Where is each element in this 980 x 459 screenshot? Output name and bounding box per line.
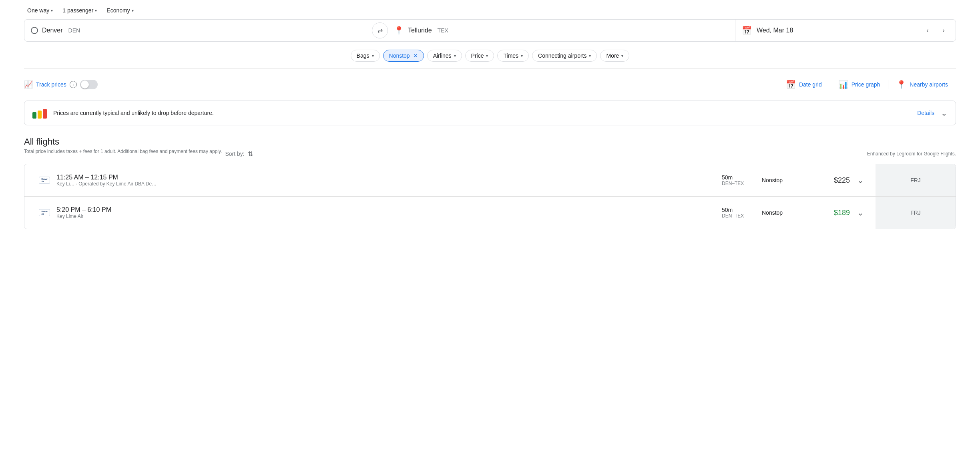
flights-subtitle: Total price includes taxes + fees for 1 … [24, 149, 222, 154]
bar-1 [32, 112, 36, 119]
flight-row[interactable]: DenverAir 5:20 PM – 6:10 PM Key Lime Air… [24, 197, 956, 229]
trip-type-dropdown[interactable]: One way ▾ [24, 5, 56, 16]
price-insight: Prices are currently typical and unlikel… [24, 101, 956, 125]
flight-stops-1: Nonstop [762, 177, 810, 183]
date-field[interactable]: 📅 Wed, Mar 18 [735, 20, 916, 41]
next-date-button[interactable]: › [936, 23, 951, 38]
more-chevron: ▾ [621, 54, 623, 58]
swap-button[interactable]: ⇄ [372, 22, 388, 38]
airlines-filter-label: Airlines [433, 52, 452, 59]
passengers-chevron: ▾ [95, 8, 97, 13]
sort-icon[interactable]: ⇅ [248, 150, 253, 158]
cabin-class-chevron: ▾ [132, 8, 134, 13]
price-graph-button[interactable]: 📊 Price graph [830, 76, 888, 93]
date-nav: ‹ › [916, 23, 956, 38]
price-bars-visual [32, 107, 47, 119]
price-value-2: $189 [834, 209, 850, 217]
date-grid-button[interactable]: 📅 Date grid [778, 76, 830, 93]
details-button[interactable]: Details [917, 110, 934, 116]
airlines-filter[interactable]: Airlines ▾ [427, 50, 462, 62]
airline-name-1: Key Li… · Operated by Key Lime Air DBA D… [56, 181, 722, 187]
connecting-chevron: ▾ [589, 54, 591, 58]
flight-row[interactable]: DenverAir 11:25 AM – 12:15 PM Key Li… · … [24, 164, 956, 197]
cabin-class-dropdown[interactable]: Economy ▾ [103, 5, 137, 16]
flight-duration-1: 50m DEN–TEX [722, 174, 762, 186]
divider [24, 68, 956, 68]
nonstop-close-icon[interactable]: ✕ [413, 52, 418, 59]
sort-by-label: Sort by: [225, 151, 244, 157]
flight-times-2: 5:20 PM – 6:10 PM Key Lime Air [56, 206, 722, 219]
price-insight-text: Prices are currently typical and unlikel… [53, 110, 911, 116]
price-filter[interactable]: Price ▾ [465, 50, 494, 62]
frj-badge-2: FRJ [876, 197, 956, 229]
enhanced-label: Enhanced by Legroom for Google Flights. [867, 151, 956, 157]
airline-name-2: Key Lime Air [56, 213, 722, 219]
tools-right: 📅 Date grid 📊 Price graph 📍 Nearby airpo… [778, 76, 956, 93]
bags-chevron: ▾ [372, 54, 374, 58]
track-prices-info-icon[interactable]: i [70, 81, 77, 88]
all-flights-section: All flights Total price includes taxes +… [0, 129, 980, 229]
flight-expand-1[interactable]: ⌄ [853, 173, 868, 187]
flight-stops-2: Nonstop [762, 209, 810, 216]
origin-code: DEN [68, 27, 80, 34]
flight-price-2: $189 [810, 209, 850, 217]
origin-field[interactable]: Denver DEN [24, 20, 372, 41]
connecting-airports-label: Connecting airports [538, 52, 586, 59]
passengers-dropdown[interactable]: 1 passenger ▾ [59, 5, 100, 16]
origin-icon [31, 27, 38, 34]
date-grid-icon: 📅 [786, 80, 796, 89]
frj-badge-1: FRJ [876, 164, 956, 196]
nonstop-filter[interactable]: Nonstop ✕ [383, 50, 424, 62]
swap-icon: ⇄ [378, 27, 383, 34]
search-bar: Denver DEN ⇄ 📍 Telluride TEX 📅 Wed, Mar … [24, 19, 956, 42]
sort-bar: Total price includes taxes + fees for 1 … [24, 149, 956, 159]
insight-expand-icon[interactable]: ⌄ [941, 108, 948, 118]
more-filter-label: More [606, 52, 619, 59]
destination-city: Telluride [408, 27, 432, 34]
connecting-airports-filter[interactable]: Connecting airports ▾ [532, 50, 597, 62]
nearby-airports-icon: 📍 [896, 80, 906, 89]
track-prices-section: 📈 Track prices i [24, 80, 98, 89]
route-1: DEN–TEX [722, 181, 762, 186]
flight-expand-2[interactable]: ⌄ [853, 205, 868, 220]
time-range-2: 5:20 PM – 6:10 PM [56, 206, 722, 213]
destination-pin-icon: 📍 [394, 26, 404, 35]
flight-times-1: 11:25 AM – 12:15 PM Key Li… · Operated b… [56, 174, 722, 187]
bar-2 [38, 111, 42, 119]
price-value-1: $225 [834, 176, 850, 184]
route-2: DEN–TEX [722, 213, 762, 219]
airline-logo-2: DenverAir [32, 209, 56, 216]
duration-value-1: 50m [722, 174, 762, 181]
times-filter[interactable]: Times ▾ [497, 50, 529, 62]
nonstop-filter-label: Nonstop [389, 52, 410, 59]
toggle-knob [81, 81, 89, 89]
price-chevron: ▾ [486, 54, 488, 58]
times-filter-label: Times [503, 52, 518, 59]
date-value: Wed, Mar 18 [757, 27, 793, 34]
bar-3 [43, 109, 47, 119]
calendar-icon: 📅 [742, 26, 752, 35]
destination-field[interactable]: 📍 Telluride TEX [388, 20, 735, 41]
times-chevron: ▾ [521, 54, 523, 58]
track-prices-toggle[interactable] [80, 80, 98, 89]
price-graph-label: Price graph [851, 81, 880, 88]
more-filter[interactable]: More ▾ [600, 50, 629, 62]
trip-type-label: One way [27, 7, 49, 14]
destination-code: TEX [438, 27, 448, 34]
prev-date-button[interactable]: ‹ [920, 23, 935, 38]
flights-list: DenverAir 11:25 AM – 12:15 PM Key Li… · … [24, 164, 956, 229]
date-grid-label: Date grid [799, 81, 822, 88]
denver-air-text: DenverAir [41, 178, 47, 183]
bags-filter[interactable]: Bags ▾ [351, 50, 380, 62]
time-range-1: 11:25 AM – 12:15 PM [56, 174, 722, 181]
track-prices-icon: 📈 [24, 80, 33, 89]
flight-row-content-2: DenverAir 5:20 PM – 6:10 PM Key Lime Air… [24, 197, 876, 229]
price-graph-icon: 📊 [838, 80, 848, 89]
track-prices-label[interactable]: Track prices [36, 81, 66, 88]
bags-filter-label: Bags [357, 52, 370, 59]
flight-price-1: $225 [810, 176, 850, 185]
price-filter-label: Price [471, 52, 484, 59]
nearby-airports-button[interactable]: 📍 Nearby airports [888, 76, 956, 93]
origin-city: Denver [42, 27, 63, 34]
airlines-chevron: ▾ [454, 54, 456, 58]
